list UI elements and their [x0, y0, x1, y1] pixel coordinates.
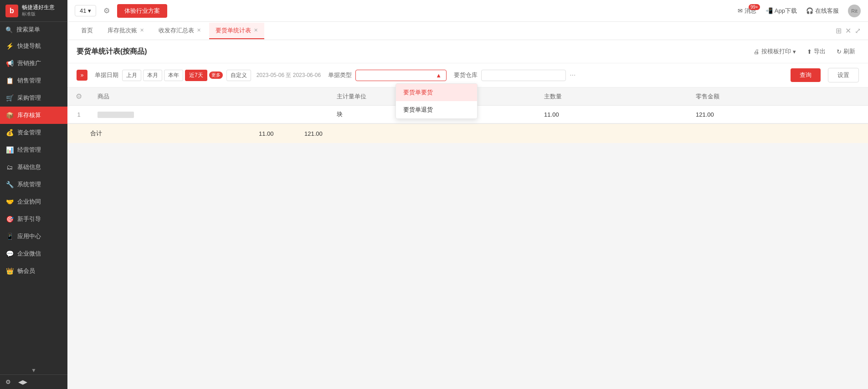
- tab-order-summary[interactable]: 要货单统计表 ✕: [209, 23, 264, 39]
- tab-receivable-summary-label: 收发存汇总表: [159, 26, 194, 35]
- date-custom-btn[interactable]: 自定义: [226, 70, 251, 81]
- order-type-input[interactable]: [360, 72, 424, 79]
- sidebar-search-label: 搜索菜单: [16, 26, 40, 34]
- table-settings-icon[interactable]: ⚙: [76, 92, 82, 100]
- order-type-select[interactable]: ▲: [355, 70, 447, 81]
- sidebar-item-basic[interactable]: 🗂 基础信息: [0, 159, 67, 176]
- sidebar-item-finance[interactable]: 💰 资金管理: [0, 124, 67, 141]
- trial-industry-btn[interactable]: 体验行业方案: [117, 4, 167, 18]
- tab-order-summary-label: 要货单统计表: [216, 26, 251, 35]
- warehouse-input[interactable]: [481, 70, 566, 81]
- date-more-badge[interactable]: 更多: [209, 72, 223, 79]
- messages-badge: 99+: [749, 4, 760, 10]
- user-avatar[interactable]: Rit: [848, 5, 861, 17]
- row-amount: 121.00: [688, 106, 868, 123]
- date-btn-this-month[interactable]: 本月: [143, 70, 162, 81]
- sidebar-item-purchase[interactable]: 🛒 采购管理: [0, 89, 67, 107]
- app-logo: b 畅捷通好生意 标准版: [0, 0, 67, 22]
- tab-receivable-summary[interactable]: 收发存汇总表 ✕: [152, 23, 207, 39]
- service-icon: 🎧: [806, 7, 813, 14]
- collapse-sidebar-btn[interactable]: ◀▶: [18, 379, 27, 385]
- date-buttons: 上月 本月 本年 近7天 更多: [122, 70, 223, 81]
- date-btn-prev-month[interactable]: 上月: [122, 70, 141, 81]
- sales-icon: 📋: [5, 77, 14, 84]
- messages-btn[interactable]: ✉ 消息 99+: [738, 7, 756, 15]
- sidebar-item-member[interactable]: 👑 畅会员: [0, 262, 67, 280]
- sidebar-item-enterprise[interactable]: 🤝 企业协同: [0, 193, 67, 210]
- refresh-icon: ↻: [837, 48, 842, 55]
- tab-inventory-batch[interactable]: 库存批次账 ✕: [101, 23, 150, 39]
- sidebar-nav: ⚡ 快捷导航 📢 营销推广 📋 销售管理 🛒 采购管理 📦 库存核算 💰 资金管…: [0, 37, 67, 366]
- tabs-close-all-btn[interactable]: ✕: [845, 26, 851, 35]
- order-type-dropdown: 要货单要货 要货单退货: [395, 83, 478, 119]
- date-label: 单据日期: [95, 71, 118, 79]
- logo-icon: b: [5, 5, 18, 17]
- tabs-expand-btn[interactable]: ⊞: [836, 26, 842, 35]
- enterprise-icon: 🤝: [5, 198, 14, 205]
- sidebar-item-quick-nav[interactable]: ⚡ 快捷导航: [0, 37, 67, 55]
- settings-bottom-icon[interactable]: ⚙: [5, 379, 11, 385]
- search-icon: 🔍: [5, 26, 13, 33]
- quick-nav-icon: ⚡: [5, 42, 14, 50]
- tab-close-inventory-batch[interactable]: ✕: [140, 27, 144, 33]
- sidebar-item-label: 畅会员: [17, 267, 35, 275]
- shop-selector[interactable]: 41 ▾: [75, 5, 96, 16]
- header-settings-icon[interactable]: ⚙: [103, 6, 110, 15]
- sidebar-item-system[interactable]: 🔧 系统管理: [0, 176, 67, 193]
- shop-dropdown-icon: ▾: [88, 7, 91, 14]
- date-btn-last-7days[interactable]: 近7天: [185, 70, 207, 81]
- print-template-btn[interactable]: 🖨 按模板打印 ▾: [750, 46, 800, 57]
- refresh-btn[interactable]: ↻ 刷新: [833, 46, 859, 57]
- total-label: 合计: [75, 129, 259, 138]
- page-title: 要货单统计表(按商品): [77, 47, 147, 56]
- online-service-btn[interactable]: 🎧 在线客服: [806, 7, 839, 15]
- tabs-fullscreen-btn[interactable]: ⤢: [855, 26, 861, 35]
- page-header: 要货单统计表(按商品) 🖨 按模板打印 ▾ ⬆ 导出 ↻ 刷新: [67, 40, 868, 63]
- sidebar-item-label: 应用中心: [17, 232, 41, 241]
- purchase-icon: 🛒: [5, 94, 14, 102]
- logo-sub: 标准版: [22, 11, 55, 17]
- sidebar-item-label: 基础信息: [17, 163, 41, 171]
- print-icon: 🖨: [754, 48, 760, 55]
- export-btn[interactable]: ⬆ 导出: [803, 46, 829, 57]
- dropdown-item-return[interactable]: 要货单退货: [396, 101, 477, 118]
- filter-expand-btn[interactable]: »: [77, 70, 87, 81]
- filter-settings-btn[interactable]: 设置: [828, 68, 859, 82]
- sidebar-item-label: 快捷导航: [17, 42, 41, 50]
- sidebar-item-operation[interactable]: 📊 经营管理: [0, 141, 67, 159]
- sidebar-item-appstore[interactable]: 📱 应用中心: [0, 228, 67, 245]
- system-icon: 🔧: [5, 181, 14, 188]
- wechat-icon: 💬: [5, 250, 14, 257]
- total-amount: 121.00: [304, 130, 350, 137]
- filter-order-type-group: 单据类型 ▲: [328, 70, 447, 81]
- appstore-icon: 📱: [5, 233, 14, 240]
- sidebar: b 畅捷通好生意 标准版 🔍 搜索菜单 ⚡ 快捷导航 📢 营销推广 📋 销售管理…: [0, 0, 67, 389]
- sidebar-item-sales[interactable]: 📋 销售管理: [0, 72, 67, 89]
- sidebar-item-label: 采购管理: [17, 94, 41, 102]
- sidebar-scroll-down-icon[interactable]: ▼: [31, 367, 36, 374]
- sidebar-bottom: ⚙ ◀▶: [0, 374, 67, 389]
- print-dropdown-icon: ▾: [793, 48, 796, 55]
- sidebar-item-marketing[interactable]: 📢 营销推广: [0, 55, 67, 72]
- date-btn-this-year[interactable]: 本年: [164, 70, 183, 81]
- row-qty: 11.00: [537, 106, 688, 123]
- sidebar-item-label: 销售管理: [17, 77, 41, 85]
- page-content: 要货单统计表(按商品) 🖨 按模板打印 ▾ ⬆ 导出 ↻ 刷新 »: [67, 40, 868, 389]
- app-download-btn[interactable]: 📲 App下载: [765, 7, 797, 15]
- col-amount: 零售金额: [688, 87, 868, 106]
- tab-home[interactable]: 首页: [75, 23, 99, 39]
- col-settings[interactable]: ⚙: [67, 87, 90, 106]
- online-service-label: 在线客服: [815, 7, 839, 15]
- top-header-right: ✉ 消息 99+ 📲 App下载 🎧 在线客服 Rit: [738, 5, 861, 17]
- warehouse-more-icon[interactable]: ···: [570, 71, 575, 79]
- query-btn[interactable]: 查询: [791, 68, 821, 82]
- tab-close-receivable-summary[interactable]: ✕: [197, 27, 201, 33]
- sidebar-search[interactable]: 🔍 搜索菜单: [0, 22, 67, 37]
- sidebar-item-inventory[interactable]: 📦 库存核算: [0, 107, 67, 124]
- row-product: [90, 106, 329, 123]
- marketing-icon: 📢: [5, 60, 14, 67]
- sidebar-item-wechat[interactable]: 💬 企业微信: [0, 245, 67, 262]
- tab-close-order-summary[interactable]: ✕: [254, 27, 258, 33]
- sidebar-item-guide[interactable]: 🎯 新手引导: [0, 210, 67, 228]
- dropdown-item-requisition[interactable]: 要货单要货: [396, 84, 477, 101]
